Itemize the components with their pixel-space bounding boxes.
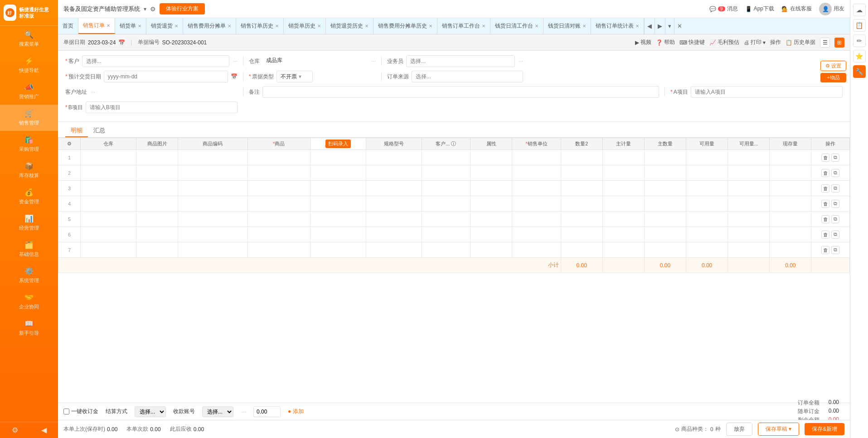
salesperson-input[interactable] xyxy=(406,55,515,67)
row-7-code[interactable] xyxy=(178,242,248,258)
row-7-main-qty[interactable] xyxy=(644,242,686,258)
solution-button[interactable]: 体验行业方案 xyxy=(160,3,205,14)
view-btn[interactable]: ▶ 视频 xyxy=(635,39,651,46)
row-5-spec[interactable] xyxy=(366,212,422,227)
sidebar-item-enterprise[interactable]: 🤝 企业协同 xyxy=(0,289,58,315)
tab-expense-history-close[interactable]: ✕ xyxy=(429,24,432,29)
row-7-copy-btn[interactable]: ⧉ xyxy=(831,246,839,254)
row-6-delete-btn[interactable]: 🗑 xyxy=(821,231,829,239)
tab-reconcile-close[interactable]: ✕ xyxy=(582,24,586,29)
right-panel-star-btn[interactable]: ⭐ xyxy=(853,50,866,63)
tab-detail[interactable]: 明细 xyxy=(65,125,88,137)
receipt-amount-input[interactable] xyxy=(253,406,281,417)
row-1-warehouse[interactable] xyxy=(81,150,136,165)
row-7-delete-btn[interactable]: 🗑 xyxy=(821,246,829,254)
row-5-delete-btn[interactable]: 🗑 xyxy=(821,215,829,223)
row-3-qty2[interactable] xyxy=(561,181,602,196)
row-1-qty2[interactable] xyxy=(561,150,602,165)
row-6-qty2[interactable] xyxy=(561,227,602,242)
row-6-code[interactable] xyxy=(178,227,248,242)
tab-sales-invoice[interactable]: 销货单 ✕ xyxy=(115,18,146,34)
row-3-spec[interactable] xyxy=(366,181,422,196)
save-draft-dropdown-icon[interactable]: ▾ xyxy=(789,426,791,432)
row-3-attr[interactable] xyxy=(470,181,512,196)
row-1-spec[interactable] xyxy=(366,150,422,165)
sidebar-item-search[interactable]: 🔍 搜索菜单 xyxy=(0,26,58,52)
row-5-attr[interactable] xyxy=(470,212,512,227)
tab-sales-order-close[interactable]: ✕ xyxy=(107,23,110,28)
address-dots[interactable]: ··· xyxy=(91,89,95,95)
operation-btn[interactable]: 操作 xyxy=(770,39,781,46)
tab-return-history-close[interactable]: ✕ xyxy=(365,24,369,29)
warehouse-dots[interactable]: ··· xyxy=(371,58,376,64)
row-4-attr[interactable] xyxy=(470,196,512,212)
row-7-warehouse[interactable] xyxy=(81,242,136,258)
row-6-customer[interactable] xyxy=(422,227,470,242)
tab-sales-invoice-close[interactable]: ✕ xyxy=(138,24,141,29)
row-7-product[interactable] xyxy=(247,242,310,258)
row-7-customer[interactable] xyxy=(422,242,470,258)
tab-stats-close[interactable]: ✕ xyxy=(635,24,639,29)
tab-home[interactable]: 首页 xyxy=(58,18,78,34)
row-7-attr[interactable] xyxy=(470,242,512,258)
a-project-input[interactable] xyxy=(691,86,843,98)
sidebar-item-sales[interactable]: 🛒 销售管理 xyxy=(0,105,58,131)
row-1-delete-btn[interactable]: 🗑 xyxy=(821,154,829,162)
customer-dots[interactable]: ··· xyxy=(233,58,238,64)
right-panel-tool-btn[interactable]: 🔧 xyxy=(853,65,866,78)
history-btn[interactable]: 📋 历史单据 xyxy=(786,39,815,46)
tab-summary[interactable]: 汇总 xyxy=(88,125,111,137)
sidebar-item-quick[interactable]: ⚡ 快捷导航 xyxy=(0,52,58,78)
tab-return-history[interactable]: 销货退货历史 ✕ xyxy=(326,18,373,34)
row-4-main-qty[interactable] xyxy=(644,196,686,212)
right-panel-cloud-btn[interactable]: ☁ xyxy=(853,4,866,16)
message-item[interactable]: 💬 9 消息 xyxy=(709,5,738,13)
row-6-attr[interactable] xyxy=(470,227,512,242)
row-2-unit[interactable] xyxy=(512,165,561,181)
customer-input[interactable] xyxy=(82,55,229,67)
tab-daily-workbench[interactable]: 钱货日清工作台 ✕ xyxy=(490,18,543,34)
user-item[interactable]: 👤 用友 xyxy=(819,3,844,15)
row-5-unit[interactable] xyxy=(512,212,561,227)
tab-daily-workbench-close[interactable]: ✕ xyxy=(535,24,538,29)
save-draft-button[interactable]: 保存草稿 ▾ xyxy=(758,423,799,436)
tab-stats[interactable]: 销售订单统计表 ✕ xyxy=(591,18,644,34)
layout-grid-icon[interactable]: ⊞ xyxy=(834,38,844,48)
calendar-icon[interactable]: 📅 xyxy=(118,39,125,46)
shortcut-btn[interactable]: ⌨ 快捷键 xyxy=(679,39,705,46)
row-6-unit[interactable] xyxy=(512,227,561,242)
row-1-main-qty[interactable] xyxy=(644,150,686,165)
row-4-delete-btn[interactable]: 🗑 xyxy=(821,200,829,208)
row-5-qty2[interactable] xyxy=(561,212,602,227)
tab-expense-history[interactable]: 销售费用分摊单历史 ✕ xyxy=(373,18,437,34)
row-1-code[interactable] xyxy=(178,150,248,165)
sidebar-item-purchase[interactable]: 🛍️ 采购管理 xyxy=(0,131,58,157)
tab-invoice-history[interactable]: 销货单历史 ✕ xyxy=(284,18,326,34)
scan-button[interactable]: 扫码录入 xyxy=(325,140,351,148)
row-6-copy-btn[interactable]: ⧉ xyxy=(831,231,839,239)
tab-sales-order[interactable]: 销售订单 ✕ xyxy=(78,18,115,34)
row-2-warehouse[interactable] xyxy=(81,165,136,181)
one-key-checkout-checkbox[interactable]: 一键收订金 xyxy=(63,408,98,415)
order-source-input[interactable] xyxy=(412,71,523,82)
tab-expense-split-close[interactable]: ✕ xyxy=(228,24,231,29)
delivery-date-input[interactable] xyxy=(104,71,228,82)
one-key-checkbox-input[interactable] xyxy=(63,409,69,414)
save-new-button[interactable]: 保存&新增 xyxy=(805,423,844,435)
add-receipt-button[interactable]: ● 添加 xyxy=(288,408,304,415)
row-6-warehouse[interactable] xyxy=(81,227,136,242)
row-3-product[interactable] xyxy=(247,181,310,196)
row-2-copy-btn[interactable]: ⧉ xyxy=(831,169,839,177)
tab-invoice-history-close[interactable]: ✕ xyxy=(317,24,321,29)
row-6-product[interactable] xyxy=(247,227,310,242)
help-btn[interactable]: ❓ 帮助 xyxy=(656,39,675,46)
online-service-item[interactable]: 💁 在线客服 xyxy=(781,5,812,13)
tab-return[interactable]: 销货退货 ✕ xyxy=(146,18,183,34)
col-settings[interactable]: ⚙ xyxy=(58,138,81,150)
tab-order-workbench-close[interactable]: ✕ xyxy=(482,24,485,29)
row-2-attr[interactable] xyxy=(470,165,512,181)
tab-menu-btn[interactable]: ▾ xyxy=(665,18,674,34)
row-2-code[interactable] xyxy=(178,165,248,181)
row-3-unit[interactable] xyxy=(512,181,561,196)
receipt-dots[interactable]: ··· xyxy=(242,409,246,415)
